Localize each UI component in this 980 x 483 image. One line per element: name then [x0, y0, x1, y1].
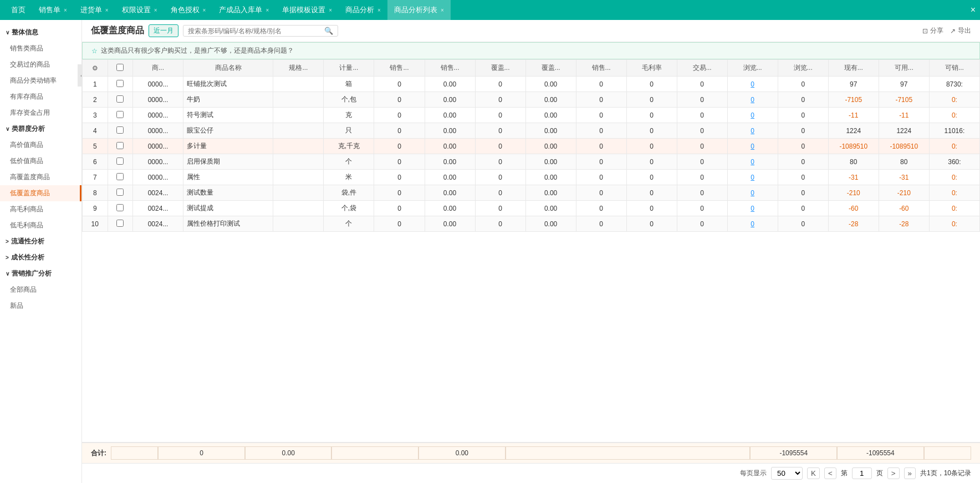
cell-trade: 0 — [677, 77, 727, 92]
cell-checkbox[interactable] — [108, 201, 133, 216]
cell-checkbox[interactable] — [108, 123, 133, 139]
cell-stock-now: -210 — [828, 185, 879, 201]
last-page-button[interactable]: » — [904, 467, 916, 479]
sidebar-collapse-button[interactable]: « — [78, 64, 82, 87]
sidebar-item-traded-products[interactable]: 交易过的商品 — [0, 57, 81, 73]
select-all-checkbox[interactable] — [116, 64, 124, 71]
close-icon[interactable]: × — [441, 7, 444, 13]
table-row: 1 0000... 旺铺批次测试 箱 0 0.00 0 0.00 0 0 0 0… — [83, 77, 980, 92]
sidebar-item-sales-products[interactable]: 销售类商品 — [0, 40, 81, 57]
page-label: 第 — [841, 469, 848, 478]
sidebar-item-high-coverage[interactable]: 高覆盖度商品 — [0, 169, 81, 185]
cell-view1[interactable]: 0 — [727, 123, 778, 139]
cell-view1[interactable]: 0 — [727, 139, 778, 154]
th-settings[interactable]: ⚙ — [83, 60, 108, 77]
first-page-button[interactable]: K — [807, 467, 820, 479]
cell-sales-qty: 0 — [374, 154, 425, 170]
cell-checkbox[interactable] — [108, 216, 133, 232]
sidebar-item-high-margin[interactable]: 高毛利商品 — [0, 201, 81, 217]
close-icon[interactable]: × — [377, 7, 381, 13]
nav-tab-permissions[interactable]: 权限设置 × — [115, 0, 164, 20]
prev-page-button[interactable]: < — [824, 467, 836, 479]
sidebar-item-high-value[interactable]: 高价值商品 — [0, 137, 81, 153]
window-close-button[interactable]: × — [971, 5, 976, 15]
data-table-wrapper: ⚙ 商... 商品名称 规格... 计量... 销售... 销售... 覆盖..… — [82, 59, 980, 442]
cell-unit: 个 — [324, 154, 374, 170]
cell-sales-qty: 0 — [374, 139, 425, 154]
cell-code: 0024... — [133, 185, 183, 201]
nav-tab-finished-goods[interactable]: 产成品入库单 × — [212, 0, 275, 20]
row-checkbox[interactable] — [116, 189, 124, 196]
sidebar-section-growth[interactable]: > 成长性分析 — [0, 250, 81, 266]
row-checkbox[interactable] — [116, 220, 124, 227]
cell-view1[interactable]: 0 — [727, 201, 778, 216]
cell-name: 测试提成 — [183, 201, 273, 216]
cell-view1[interactable]: 0 — [727, 108, 778, 123]
th-stock-sale: 可销... — [929, 60, 979, 77]
close-icon[interactable]: × — [203, 7, 206, 13]
row-checkbox[interactable] — [116, 142, 124, 149]
cell-view1[interactable]: 0 — [727, 185, 778, 201]
cell-cover1: 0 — [475, 185, 525, 201]
row-checkbox[interactable] — [116, 95, 124, 103]
share-button[interactable]: ⊡ 分享 — [922, 26, 943, 35]
nav-tab-product-analysis-list[interactable]: 商品分析列表 × — [387, 0, 451, 20]
next-page-button[interactable]: > — [887, 467, 900, 479]
row-checkbox[interactable] — [116, 111, 124, 118]
cell-view1[interactable]: 0 — [727, 170, 778, 185]
close-icon[interactable]: × — [266, 7, 269, 13]
cell-view1[interactable]: 0 — [727, 154, 778, 170]
cell-checkbox[interactable] — [108, 108, 133, 123]
cell-checkbox[interactable] — [108, 170, 133, 185]
cell-checkbox[interactable] — [108, 139, 133, 154]
cell-stock-avail: 80 — [879, 154, 929, 170]
close-icon[interactable]: × — [105, 7, 109, 13]
close-icon[interactable]: × — [154, 7, 157, 13]
close-icon[interactable]: × — [64, 7, 67, 13]
sidebar-section-liquidity[interactable]: > 流通性分析 — [0, 233, 81, 250]
sidebar-item-new-products[interactable]: 新品 — [0, 298, 81, 314]
data-table: ⚙ 商... 商品名称 规格... 计量... 销售... 销售... 覆盖..… — [82, 59, 980, 232]
cell-checkbox[interactable] — [108, 77, 133, 92]
row-checkbox[interactable] — [116, 126, 124, 134]
sidebar-item-capital[interactable]: 库存资金占用 — [0, 105, 81, 121]
page-number-input[interactable] — [852, 467, 872, 479]
close-icon[interactable]: × — [329, 7, 332, 13]
nav-tab-template[interactable]: 单据模板设置 × — [275, 0, 339, 20]
nav-tab-sales[interactable]: 销售单 × — [32, 0, 74, 20]
nav-tab-product-analysis[interactable]: 商品分析 × — [339, 0, 387, 20]
cell-view1[interactable]: 0 — [727, 77, 778, 92]
nav-tab-roles[interactable]: 角色授权 × — [164, 0, 213, 20]
cell-sales-num: 0 — [576, 123, 626, 139]
sidebar-section-marketing[interactable]: ∨ 营销推广分析 — [0, 266, 81, 282]
cell-view1[interactable]: 0 — [727, 216, 778, 232]
sidebar-item-low-value[interactable]: 低价值商品 — [0, 153, 81, 169]
content-area: 低覆盖度商品 近一月 🔍 ⊡ 分享 ↗ 导出 ☆ 这类商品只有很少客户购买过，是… — [82, 20, 980, 483]
cell-checkbox[interactable] — [108, 92, 133, 108]
sidebar-section-overall[interactable]: ∨ 整体信息 — [0, 24, 81, 40]
sidebar-item-all-products[interactable]: 全部商品 — [0, 282, 81, 298]
row-checkbox[interactable] — [116, 173, 124, 180]
cell-trade: 0 — [677, 154, 727, 170]
row-checkbox[interactable] — [116, 157, 124, 165]
sidebar-item-in-stock[interactable]: 有库存商品 — [0, 89, 81, 105]
footer-cover2: 0.00 — [418, 446, 506, 460]
cell-checkbox[interactable] — [108, 154, 133, 170]
nav-tab-home[interactable]: 首页 — [4, 0, 32, 20]
per-page-select[interactable]: 50 20 100 200 — [771, 467, 803, 480]
th-checkbox[interactable] — [108, 60, 133, 77]
row-checkbox[interactable] — [116, 80, 124, 87]
sidebar-item-low-margin[interactable]: 低毛利商品 — [0, 217, 81, 233]
sidebar-item-category-rate[interactable]: 商品分类动销率 — [0, 73, 81, 89]
row-checkbox[interactable] — [116, 204, 124, 211]
cell-checkbox[interactable] — [108, 185, 133, 201]
sidebar-section-cluster[interactable]: ∨ 类群度分析 — [0, 121, 81, 137]
period-button[interactable]: 近一月 — [149, 24, 178, 37]
export-button[interactable]: ↗ 导出 — [950, 26, 971, 35]
search-input[interactable] — [188, 27, 324, 35]
page-title: 低覆盖度商品 — [91, 25, 144, 37]
nav-tab-purchase[interactable]: 进货单 × — [74, 0, 115, 20]
cell-view1[interactable]: 0 — [727, 92, 778, 108]
search-box-container: 🔍 — [183, 25, 338, 37]
sidebar-item-low-coverage[interactable]: 低覆盖度商品 — [0, 185, 81, 201]
